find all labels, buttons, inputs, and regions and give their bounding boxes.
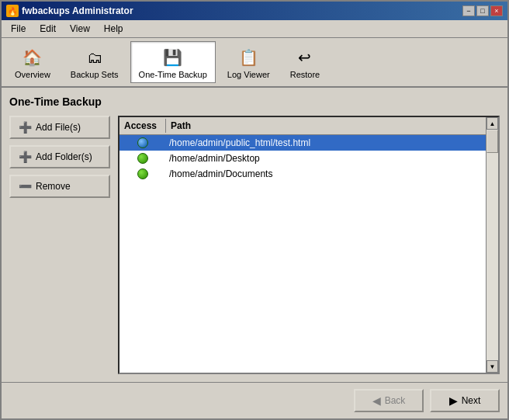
scrollbar[interactable]: ▲ ▼ bbox=[486, 117, 498, 373]
add-folders-button[interactable]: ➕ Add Folder(s) bbox=[9, 145, 110, 168]
file-list-container: Access Path /home/admin/public_html/test… bbox=[118, 116, 500, 374]
access-dot-loading bbox=[137, 137, 148, 148]
remove-button[interactable]: ➖ Remove bbox=[9, 175, 110, 198]
file-list-header: Access Path bbox=[119, 117, 498, 135]
next-button[interactable]: ▶ Next bbox=[430, 389, 500, 412]
backup-sets-label: Backup Sets bbox=[71, 70, 119, 79]
log-viewer-label: Log Viewer bbox=[227, 70, 270, 79]
remove-label: Remove bbox=[36, 181, 71, 192]
main-window: 🔥 fwbackups Administrator − □ × File Edi… bbox=[0, 0, 509, 420]
restore-label: Restore bbox=[290, 70, 320, 79]
menu-edit[interactable]: Edit bbox=[33, 22, 62, 36]
toolbar-one-time-backup[interactable]: 💾 One-Time Backup bbox=[130, 41, 216, 83]
toolbar-log-viewer[interactable]: 📋 Log Viewer bbox=[219, 41, 279, 83]
toolbar-restore[interactable]: ↩ Restore bbox=[282, 41, 329, 83]
access-cell bbox=[119, 153, 166, 164]
access-dot-ok bbox=[137, 153, 148, 164]
page-title: One-Time Backup bbox=[9, 95, 500, 108]
title-bar-controls: − □ × bbox=[462, 5, 503, 16]
path-cell: /home/admin/Documents bbox=[166, 168, 498, 180]
app-icon: 🔥 bbox=[6, 5, 19, 17]
access-dot-ok bbox=[137, 168, 148, 179]
restore-icon: ↩ bbox=[293, 45, 317, 70]
add-folders-label: Add Folder(s) bbox=[36, 151, 92, 162]
menu-file[interactable]: File bbox=[5, 22, 32, 36]
menu-view[interactable]: View bbox=[64, 22, 96, 36]
add-folders-icon: ➕ bbox=[19, 151, 32, 163]
file-list: /home/admin/public_html/test.html /home/… bbox=[119, 135, 498, 373]
toolbar-backup-sets[interactable]: 🗂 Backup Sets bbox=[62, 41, 127, 83]
path-cell: /home/admin/public_html/test.html bbox=[166, 137, 498, 149]
content-area: One-Time Backup ➕ Add File(s) ➕ Add Fold… bbox=[2, 88, 507, 382]
main-layout: ➕ Add File(s) ➕ Add Folder(s) ➖ Remove A… bbox=[9, 116, 500, 374]
minimize-button[interactable]: − bbox=[462, 5, 475, 16]
add-files-button[interactable]: ➕ Add File(s) bbox=[9, 116, 110, 139]
title-bar-left: 🔥 fwbackups Administrator bbox=[6, 5, 133, 17]
overview-label: Overview bbox=[15, 70, 50, 79]
add-files-icon: ➕ bbox=[19, 121, 32, 134]
table-row[interactable]: /home/admin/public_html/test.html bbox=[119, 135, 498, 151]
toolbar: 🏠 Overview 🗂 Backup Sets 💾 One-Time Back… bbox=[2, 38, 507, 88]
menu-help[interactable]: Help bbox=[98, 22, 130, 36]
title-bar: 🔥 fwbackups Administrator − □ × bbox=[2, 2, 507, 20]
add-files-label: Add File(s) bbox=[36, 122, 81, 133]
footer: ◀ Back ▶ Next bbox=[2, 382, 507, 418]
one-time-backup-label: One-Time Backup bbox=[139, 70, 207, 79]
access-cell bbox=[119, 168, 166, 179]
column-header-access: Access bbox=[119, 119, 166, 133]
maximize-button[interactable]: □ bbox=[476, 5, 489, 16]
scroll-up-arrow[interactable]: ▲ bbox=[486, 117, 498, 130]
scroll-thumb[interactable] bbox=[486, 130, 498, 153]
path-cell: /home/admin/Desktop bbox=[166, 152, 498, 165]
table-row[interactable]: /home/admin/Desktop bbox=[119, 151, 498, 166]
window-title: fwbackups Administrator bbox=[22, 5, 133, 16]
sidebar: ➕ Add File(s) ➕ Add Folder(s) ➖ Remove bbox=[9, 116, 110, 374]
overview-icon: 🏠 bbox=[20, 45, 45, 70]
access-cell bbox=[119, 137, 166, 148]
next-arrow-icon: ▶ bbox=[449, 394, 458, 407]
menu-bar: File Edit View Help bbox=[2, 20, 507, 38]
next-label: Next bbox=[462, 395, 481, 406]
one-time-backup-icon: 💾 bbox=[161, 45, 185, 70]
log-viewer-icon: 📋 bbox=[236, 45, 261, 70]
toolbar-overview[interactable]: 🏠 Overview bbox=[6, 41, 59, 83]
back-arrow-icon: ◀ bbox=[372, 394, 381, 407]
scroll-down-arrow[interactable]: ▼ bbox=[486, 360, 498, 373]
column-header-path: Path bbox=[166, 119, 498, 133]
table-row[interactable]: /home/admin/Documents bbox=[119, 166, 498, 182]
back-label: Back bbox=[385, 395, 406, 406]
remove-icon: ➖ bbox=[19, 180, 32, 193]
close-button[interactable]: × bbox=[490, 5, 503, 16]
back-button[interactable]: ◀ Back bbox=[354, 389, 424, 412]
backup-sets-icon: 🗂 bbox=[82, 45, 107, 70]
scroll-track bbox=[486, 130, 498, 360]
